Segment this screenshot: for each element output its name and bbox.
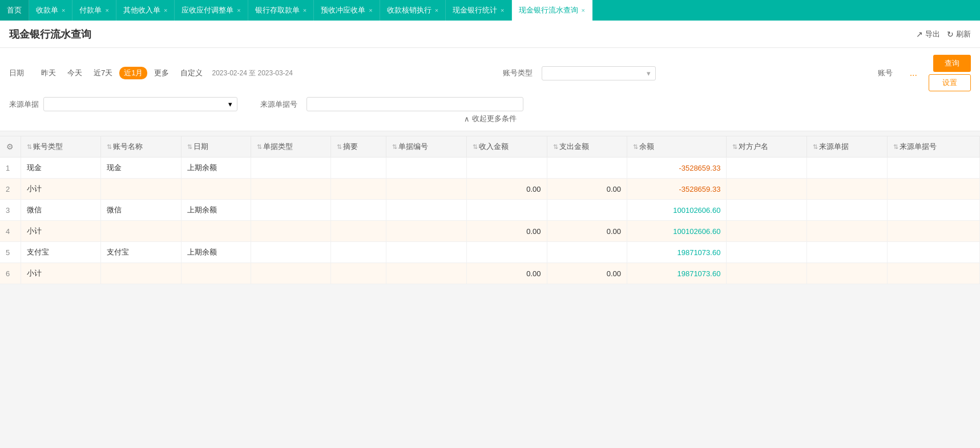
settings-button[interactable]: 设置 bbox=[929, 74, 971, 91]
cell-balance: 19871073.60 bbox=[627, 263, 727, 284]
export-button[interactable]: ↗ 导出 bbox=[916, 29, 940, 39]
nav-tab-label: 应收应付调整单 bbox=[182, 5, 233, 15]
date-filter-label: 日期 bbox=[9, 68, 32, 78]
source-doc-no-input[interactable] bbox=[306, 97, 523, 111]
cell-counterpart bbox=[727, 242, 807, 263]
cell-balance: 100102606.60 bbox=[627, 200, 727, 221]
data-table: ⚙ ⇅账号类型 ⇅账号名称 ⇅日期 ⇅单据类型 ⇅摘要 ⇅单据编号 ⇅收入金额 … bbox=[0, 136, 980, 284]
sort-icon-income[interactable]: ⇅ bbox=[473, 143, 478, 150]
nav-tab-付款单[interactable]: 付款单× bbox=[72, 0, 116, 21]
date-btn-yesterday[interactable]: 昨天 bbox=[37, 67, 61, 79]
cell-income: 0.00 bbox=[466, 263, 547, 284]
sort-icon-source-doc-no[interactable]: ⇅ bbox=[893, 143, 898, 150]
source-doc-arrow-icon: ▾ bbox=[228, 100, 232, 108]
cell-type: 小计 bbox=[21, 221, 101, 242]
nav-tab-银行存取款单[interactable]: 银行存取款单× bbox=[248, 0, 314, 21]
close-icon[interactable]: × bbox=[369, 7, 372, 14]
query-button[interactable]: 查询 bbox=[933, 55, 971, 72]
nav-tab-预收冲应收单[interactable]: 预收冲应收单× bbox=[314, 0, 380, 21]
sort-icon-expense[interactable]: ⇅ bbox=[553, 143, 558, 150]
cell-expense: 0.00 bbox=[547, 179, 627, 200]
sort-icon-date[interactable]: ⇅ bbox=[187, 143, 192, 150]
cell-expense: 0.00 bbox=[547, 263, 627, 284]
cell-balance: -3528659.33 bbox=[627, 179, 727, 200]
cell-expense bbox=[547, 242, 627, 263]
sort-icon-source-doc[interactable]: ⇅ bbox=[813, 143, 818, 150]
account-type-group: 账号类型 ▾ bbox=[293, 66, 866, 80]
cell-doc-no bbox=[386, 263, 467, 284]
sort-icon-summary[interactable]: ⇅ bbox=[337, 143, 342, 150]
cell-income: 0.00 bbox=[466, 179, 547, 200]
page-title: 现金银行流水查询 bbox=[9, 27, 91, 41]
sort-icon-doc-no[interactable]: ⇅ bbox=[392, 143, 397, 150]
nav-home-label: 首页 bbox=[7, 5, 22, 15]
cell-type: 微信 bbox=[21, 200, 101, 221]
close-icon[interactable]: × bbox=[582, 7, 585, 14]
cell-source-doc bbox=[806, 242, 887, 263]
cell-source-doc-no bbox=[887, 263, 979, 284]
date-btn-more[interactable]: 更多 bbox=[150, 67, 174, 79]
cell-expense bbox=[547, 200, 627, 221]
cell-type: 小计 bbox=[21, 179, 101, 200]
close-icon[interactable]: × bbox=[164, 7, 167, 14]
cell-doc-no bbox=[386, 179, 467, 200]
account-type-select[interactable]: ▾ bbox=[542, 66, 656, 80]
close-icon[interactable]: × bbox=[501, 7, 504, 14]
col-doc-no: ⇅单据编号 bbox=[386, 136, 467, 158]
cell-doc-type bbox=[251, 158, 331, 179]
cell-doc-type bbox=[251, 221, 331, 242]
close-icon[interactable]: × bbox=[237, 7, 240, 14]
cell-doc-type bbox=[251, 200, 331, 221]
col-settings[interactable]: ⚙ bbox=[0, 136, 21, 158]
collapse-bar[interactable]: ∧ 收起更多条件 bbox=[9, 111, 971, 124]
table-row: 3微信微信上期余额100102606.60 bbox=[0, 200, 980, 221]
nav-tab-label: 银行存取款单 bbox=[255, 5, 300, 15]
sort-icon-account-name[interactable]: ⇅ bbox=[107, 143, 112, 150]
date-btn-custom[interactable]: 自定义 bbox=[176, 67, 207, 79]
close-icon[interactable]: × bbox=[435, 7, 438, 14]
sort-icon-account-type[interactable]: ⇅ bbox=[27, 143, 32, 150]
export-label: 导出 bbox=[925, 29, 940, 39]
close-icon[interactable]: × bbox=[303, 7, 306, 14]
cell-summary bbox=[331, 200, 386, 221]
source-doc-select[interactable]: ▾ bbox=[43, 97, 237, 111]
sort-icon-balance[interactable]: ⇅ bbox=[633, 143, 638, 150]
date-btn-7days[interactable]: 近7天 bbox=[89, 67, 117, 79]
nav-tab-其他收入单[interactable]: 其他收入单× bbox=[116, 0, 175, 21]
cell-num: 4 bbox=[0, 221, 21, 242]
cell-expense: 0.00 bbox=[547, 221, 627, 242]
nav-tab-现金银行流水查询[interactable]: 现金银行流水查询× bbox=[512, 0, 592, 21]
refresh-button[interactable]: ↻ 刷新 bbox=[947, 29, 971, 39]
source-doc-no-label: 来源单据号 bbox=[260, 99, 297, 110]
cell-source-doc-no bbox=[887, 158, 979, 179]
cell-income: 0.00 bbox=[466, 221, 547, 242]
sort-icon-doc-type[interactable]: ⇅ bbox=[257, 143, 262, 150]
cell-counterpart bbox=[727, 221, 807, 242]
nav-tab-收款核销执行[interactable]: 收款核销执行× bbox=[380, 0, 446, 21]
cell-name bbox=[101, 179, 182, 200]
col-source-doc-no: ⇅来源单据号 bbox=[887, 136, 979, 158]
sort-icon-counterpart[interactable]: ⇅ bbox=[732, 143, 737, 150]
nav-tab-label: 收款单 bbox=[36, 5, 58, 15]
close-icon[interactable]: × bbox=[62, 7, 65, 14]
date-btn-today[interactable]: 今天 bbox=[63, 67, 87, 79]
refresh-icon: ↻ bbox=[947, 30, 954, 39]
nav-tab-应收应付调整单[interactable]: 应收应付调整单× bbox=[175, 0, 248, 21]
filter-row-2: 来源单据 ▾ 来源单据号 bbox=[9, 97, 971, 111]
account-type-label: 账号类型 bbox=[503, 68, 533, 78]
cell-type: 支付宝 bbox=[21, 242, 101, 263]
cell-source-doc-no bbox=[887, 200, 979, 221]
col-income: ⇅收入金额 bbox=[466, 136, 547, 158]
nav-tab-现金银行统计[interactable]: 现金银行统计× bbox=[446, 0, 511, 21]
cell-name: 支付宝 bbox=[101, 242, 182, 263]
cell-source-doc bbox=[806, 179, 887, 200]
nav-home[interactable]: 首页 bbox=[0, 0, 29, 21]
nav-tab-收款单[interactable]: 收款单× bbox=[29, 0, 72, 21]
filter-row-1: 日期 昨天 今天 近7天 近1月 更多 自定义 2023-02-24 至 202… bbox=[9, 55, 971, 91]
cell-doc-type bbox=[251, 263, 331, 284]
cell-expense bbox=[547, 158, 627, 179]
date-btn-1month[interactable]: 近1月 bbox=[119, 67, 147, 79]
close-icon[interactable]: × bbox=[105, 7, 108, 14]
account-dots-button[interactable]: ... bbox=[910, 68, 917, 78]
filter-area: 日期 昨天 今天 近7天 近1月 更多 自定义 2023-02-24 至 202… bbox=[0, 48, 980, 131]
